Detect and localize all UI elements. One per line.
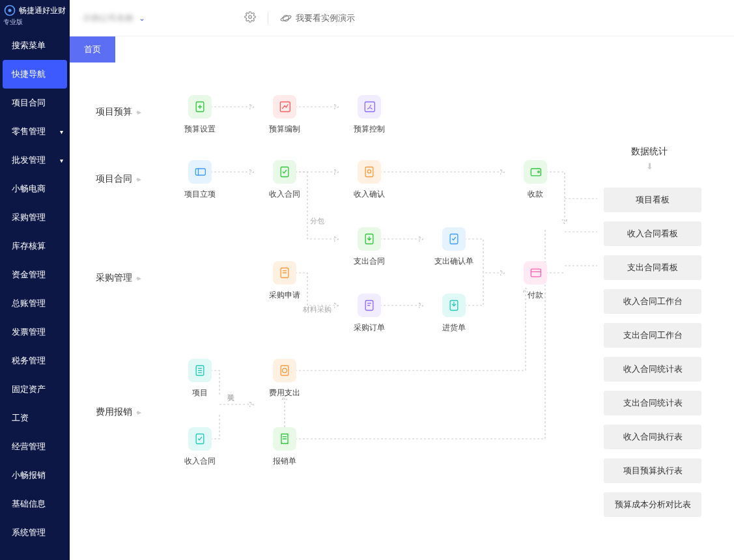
doc-check-icon [442,227,466,251]
branch-label-material: 材料采购 [303,305,332,315]
node-income_cf[interactable]: 收入确认 [346,160,392,200]
stat-button-7[interactable]: 收入合同执行表 [604,425,701,449]
sidebar-item-6[interactable]: 采购管理 [0,203,70,232]
node-proj_init[interactable]: 项目立项 [177,160,223,200]
sidebar-item-label: 固定资产 [12,384,46,395]
sidebar-item-2[interactable]: 项目合同 [0,89,70,117]
sidebar-item-label: 经营管理 [12,441,46,453]
app-logo: 畅捷通好业财 专业版 [0,0,70,31]
node-label: 费用支出 [262,387,307,399]
logo-icon [3,4,16,17]
node-expense_ct[interactable]: 支出合同 [346,227,392,267]
node-purch_order[interactable]: 采购订单 [346,294,392,333]
branch-label-subcontract: 分包 [310,216,324,226]
node-income_ct[interactable]: 收入合同 [262,160,307,200]
node-expense_cf[interactable]: 支出确认单 [431,227,477,267]
node-label: 收入合同 [177,456,223,467]
stat-button-6[interactable]: 支出合同统计表 [604,391,701,415]
sidebar-item-8[interactable]: 资金管理 [0,260,70,289]
wallet-icon [524,160,547,184]
sidebar-item-label: 项目合同 [12,97,46,109]
form-icon [273,261,296,285]
sidebar-item-label: 快捷导航 [12,68,46,80]
chevron-down-icon: ⌄ [139,14,145,23]
stat-button-4[interactable]: 支出合同工作台 [604,323,701,348]
node-label: 收入确认 [346,189,392,200]
node-label: 采购订单 [346,322,392,333]
stat-button-9[interactable]: 预算成本分析对比表 [604,492,701,517]
sidebar-item-13[interactable]: 工资 [0,404,70,432]
doc-plus-icon [188,95,212,119]
sidebar-item-17[interactable]: 系统管理 [0,518,70,547]
sidebar-item-label: 小畅电商 [12,183,46,195]
gauge-icon [358,95,381,119]
node-income_ct2[interactable]: 收入合同 [177,427,223,467]
planet-icon [280,12,292,24]
stat-button-0[interactable]: 项目看板 [604,188,701,212]
node-label: 预算设置 [177,124,223,135]
section-label-3: 费用报销▪▸ [96,406,140,418]
stat-button-2[interactable]: 支出合同看板 [604,255,701,280]
sidebar-item-4[interactable]: 批发管理▾ [0,146,70,175]
node-budget_ctrl[interactable]: 预算控制 [346,95,392,135]
stat-button-3[interactable]: 收入合同工作台 [604,289,701,314]
caret-down-icon: ▾ [60,157,63,164]
node-label: 收入合同 [262,189,307,200]
node-expense_out[interactable]: 费用支出 [262,359,307,399]
svg-rect-22 [365,167,373,177]
ticket-icon [188,160,212,184]
stats-title: 数据统计 [604,146,695,158]
stat-button-8[interactable]: 项目预算执行表 [604,458,701,483]
sidebar-item-7[interactable]: 库存核算 [0,232,70,260]
node-label: 报销单 [262,456,307,467]
sidebar-item-5[interactable]: 小畅电商 [0,175,70,203]
sidebar-item-label: 发票管理 [12,326,46,338]
arrow-right-icon: ▪▸ [136,107,140,117]
sidebar-item-label: 系统管理 [12,527,46,539]
sidebar-item-label: 批发管理 [12,154,46,166]
demo-link[interactable]: 我要看实例演示 [280,12,355,24]
stat-button-5[interactable]: 收入合同统计表 [604,357,701,382]
node-purch_req[interactable]: 采购申请 [262,261,307,301]
sidebar-item-10[interactable]: 发票管理 [0,318,70,346]
stat-button-1[interactable]: 收入合同看板 [604,221,701,246]
node-budget_edit[interactable]: 预算编制 [262,95,307,135]
node-label: 项目 [177,387,223,399]
svg-point-4 [280,14,291,21]
section-label-1: 项目合同▪▸ [96,173,140,185]
sidebar-item-11[interactable]: 税务管理 [0,346,70,375]
receipt-icon [273,427,296,451]
sidebar-item-12[interactable]: 固定资产 [0,375,70,404]
sidebar: 畅捷通好业财 专业版 搜索菜单快捷导航项目合同零售管理▾批发管理▾小畅电商采购管… [0,0,70,560]
sidebar-item-0[interactable]: 搜索菜单 [0,31,70,60]
sidebar-item-3[interactable]: 零售管理▾ [0,117,70,146]
node-project[interactable]: 项目 [177,359,223,399]
chart-icon [273,95,296,119]
svg-point-2 [249,16,252,19]
topbar: 示例公司名称 ⌄ 我要看实例演示 [70,0,734,36]
sidebar-item-9[interactable]: 总账管理 [0,289,70,318]
sidebar-item-14[interactable]: 经营管理 [0,432,70,461]
node-reimburse[interactable]: 报销单 [262,427,307,467]
node-budget_set[interactable]: 预算设置 [177,95,223,135]
svg-rect-43 [281,366,289,376]
sidebar-item-16[interactable]: 基础信息 [0,490,70,518]
doc-check-icon [188,427,212,451]
app-edition: 专业版 [3,18,66,27]
sidebar-item-label: 资金管理 [12,269,46,281]
tab-home[interactable]: 首页 [70,36,115,63]
node-receipt[interactable]: 收款 [513,160,558,200]
section-label-0: 项目预算▪▸ [96,106,140,118]
caret-down-icon: ▾ [60,128,63,135]
node-goods_in[interactable]: 进货单 [431,294,477,333]
node-payment[interactable]: 付款 [513,261,558,301]
doc-check-icon [273,160,296,184]
sidebar-item-label: 总账管理 [12,298,46,309]
gear-icon[interactable] [244,11,256,25]
sidebar-item-label: 搜索菜单 [12,40,46,51]
sidebar-item-label: 基础信息 [12,498,46,510]
svg-rect-19 [195,169,205,175]
org-selector[interactable]: 示例公司名称 ⌄ [83,12,233,24]
sidebar-item-15[interactable]: 小畅报销 [0,461,70,490]
sidebar-item-1[interactable]: 快捷导航 [3,60,67,89]
